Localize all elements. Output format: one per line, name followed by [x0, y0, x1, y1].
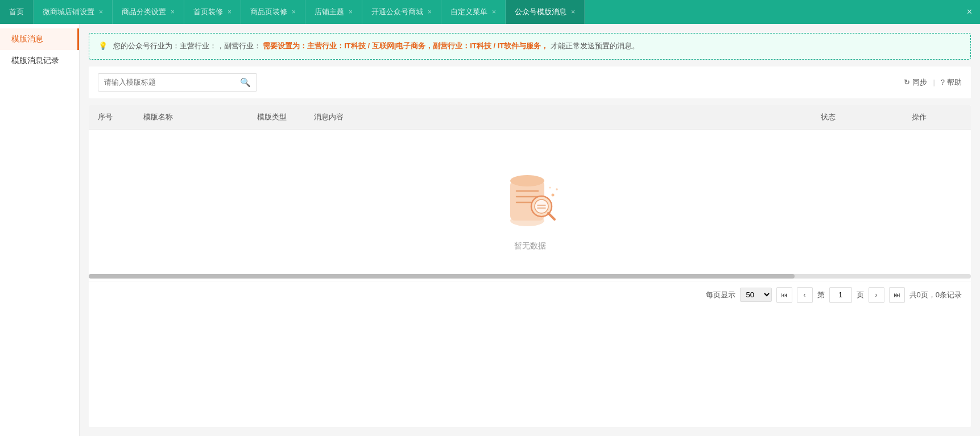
th-action: 操作	[903, 105, 971, 129]
tab-open-mall[interactable]: 开通公众号商城 ×	[362, 0, 441, 24]
svg-point-2	[510, 175, 544, 186]
tab-custom-menu[interactable]: 自定义菜单 ×	[441, 0, 506, 24]
main-layout: 模版消息 模版消息记录 💡 您的公众号行业为：主营行业：，副营行业： 需要设置为…	[0, 24, 980, 436]
th-type: 模版类型	[248, 105, 305, 129]
th-seq: 序号	[89, 105, 134, 129]
svg-line-8	[548, 213, 555, 219]
total-text: 共0页，0条记录	[909, 290, 962, 300]
table-header: 序号 模版名称 模版类型 消息内容 状态 操作	[89, 105, 971, 130]
close-tab-category-settings[interactable]: ×	[171, 8, 175, 16]
pagination: 每页显示 50 20 100 ⏮ ‹ 第 页 › ⏭ 共0页，0条记录	[89, 281, 971, 309]
close-tab-template-message[interactable]: ×	[571, 8, 575, 16]
svg-point-13	[549, 186, 551, 188]
notice-highlight: 需要设置为：主营行业：IT科技 / 互联网|电子商务，副营行业：IT科技 / I…	[263, 41, 548, 50]
close-tab-product-decor[interactable]: ×	[292, 8, 296, 16]
notice-icon: 💡	[98, 41, 107, 50]
page-input[interactable]	[829, 287, 852, 303]
toolbar-right: ↻ 同步 | ? 帮助	[904, 77, 962, 88]
svg-point-11	[551, 193, 554, 196]
close-tab-shop-theme[interactable]: ×	[349, 8, 353, 16]
toolbar-divider: |	[933, 78, 934, 86]
page-size-select[interactable]: 50 20 100	[740, 288, 772, 302]
sidebar: 模版消息 模版消息记录	[0, 24, 80, 436]
last-page-button[interactable]: ⏭	[889, 287, 905, 303]
help-icon: ?	[941, 78, 945, 86]
page-size-label: 每页显示	[706, 290, 735, 300]
tab-category-settings[interactable]: 商品分类设置 ×	[113, 0, 184, 24]
search-button[interactable]: 🔍	[234, 74, 257, 91]
scrollbar-thumb	[89, 274, 795, 279]
scrollbar[interactable]	[89, 274, 971, 279]
search-input[interactable]	[98, 74, 234, 90]
svg-point-7	[535, 200, 548, 213]
sidebar-item-template-message-record[interactable]: 模版消息记录	[0, 50, 79, 72]
tab-shop-settings[interactable]: 微商城店铺设置 ×	[34, 0, 113, 24]
empty-text: 暂无数据	[514, 241, 546, 251]
first-page-button[interactable]: ⏮	[776, 287, 792, 303]
search-bar: 🔍 ↻ 同步 | ? 帮助	[89, 67, 971, 98]
search-input-wrap: 🔍	[98, 73, 257, 92]
close-tab-home-decor[interactable]: ×	[228, 8, 231, 16]
next-page-button[interactable]: ›	[869, 287, 884, 303]
sync-button[interactable]: ↻ 同步	[904, 77, 927, 88]
search-icon: 🔍	[240, 77, 251, 87]
th-content: 消息内容	[305, 105, 812, 129]
notice-banner: 💡 您的公众号行业为：主营行业：，副营行业： 需要设置为：主营行业：IT科技 /…	[89, 33, 971, 60]
empty-illustration	[496, 164, 564, 232]
empty-state: 暂无数据	[89, 130, 971, 274]
svg-point-12	[556, 188, 558, 190]
tab-home[interactable]: 首页	[0, 0, 34, 24]
tab-shop-theme[interactable]: 店铺主题 ×	[305, 0, 362, 24]
close-all-button[interactable]: ×	[959, 7, 980, 17]
close-tab-shop-settings[interactable]: ×	[99, 8, 103, 16]
close-tab-open-mall[interactable]: ×	[428, 8, 432, 16]
prev-page-button[interactable]: ‹	[797, 287, 813, 303]
th-name: 模版名称	[134, 105, 248, 129]
close-tab-custom-menu[interactable]: ×	[492, 8, 496, 16]
content-area: 💡 您的公众号行业为：主营行业：，副营行业： 需要设置为：主营行业：IT科技 /…	[80, 24, 980, 436]
sidebar-item-template-message[interactable]: 模版消息	[0, 28, 79, 50]
help-button[interactable]: ? 帮助	[941, 77, 962, 88]
page-label-post: 页	[857, 290, 864, 300]
sync-icon: ↻	[904, 78, 910, 86]
top-nav: 首页 微商城店铺设置 × 商品分类设置 × 首页装修 × 商品页装修 × 店铺主…	[0, 0, 980, 24]
tab-product-decor[interactable]: 商品页装修 ×	[241, 0, 305, 24]
tab-home-decor[interactable]: 首页装修 ×	[184, 0, 241, 24]
tab-template-message[interactable]: 公众号模版消息 ×	[506, 0, 585, 24]
table-wrap: 序号 模版名称 模版类型 消息内容 状态 操作	[89, 105, 971, 427]
th-status: 状态	[812, 105, 903, 129]
page-label-pre: 第	[817, 290, 825, 300]
